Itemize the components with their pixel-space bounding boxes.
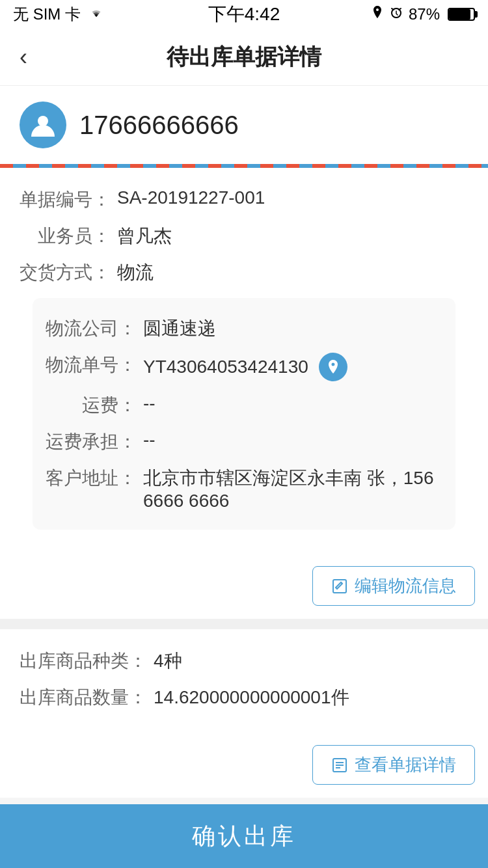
avatar	[20, 102, 66, 148]
document-info-section: 单据编号： SA-20191227-001 业务员： 曾凡杰 交货方式： 物流 …	[0, 168, 488, 556]
address-value: 北京市市辖区海淀区永丰南 张，156 6666 6666	[143, 466, 442, 511]
alarm-icon	[389, 5, 403, 23]
svg-point-1	[38, 116, 48, 126]
delivery-value: 物流	[117, 260, 468, 285]
logistics-number-label: 物流单号：	[46, 353, 137, 377]
doc-number-label: 单据编号：	[20, 187, 111, 212]
wifi-icon	[87, 5, 105, 23]
edit-button-row: 编辑物流信息	[0, 556, 488, 619]
edit-logistics-label: 编辑物流信息	[355, 575, 456, 597]
freight-row: 运费： --	[46, 393, 442, 418]
logistics-company-label: 物流公司：	[46, 316, 137, 341]
doc-number-value: SA-20191227-001	[117, 187, 468, 208]
goods-quantity-row: 出库商品数量： 14.620000000000001件	[20, 685, 468, 710]
salesman-value: 曾凡杰	[117, 224, 468, 249]
goods-type-value: 4种	[154, 649, 468, 673]
status-bar: 无 SIM 卡 下午4:42 87%	[0, 0, 488, 29]
view-detail-button[interactable]: 查看单据详情	[312, 745, 475, 785]
location-status-icon	[371, 5, 384, 23]
goods-type-row: 出库商品种类： 4种	[20, 649, 468, 673]
detail-button-row: 查看单据详情	[0, 735, 488, 798]
view-detail-label: 查看单据详情	[355, 753, 456, 776]
address-label: 客户地址：	[46, 466, 137, 491]
freight-value: --	[143, 393, 442, 414]
section-gap-1	[0, 619, 488, 629]
edit-logistics-button[interactable]: 编辑物流信息	[312, 566, 475, 606]
battery-icon	[448, 8, 475, 21]
freight-bearer-label: 运费承担：	[46, 429, 137, 454]
goods-quantity-label: 出库商品数量：	[20, 685, 147, 710]
goods-quantity-value: 14.620000000000001件	[154, 685, 468, 710]
status-time: 下午4:42	[208, 2, 280, 27]
back-button[interactable]: ‹	[20, 44, 27, 71]
goods-section: 出库商品种类： 4种 出库商品数量： 14.620000000000001件	[0, 629, 488, 735]
goods-type-label: 出库商品种类：	[20, 649, 147, 673]
freight-label: 运费：	[46, 393, 137, 418]
logistics-number-container: YT43064053424130	[137, 353, 347, 381]
confirm-button-bar[interactable]: 确认出库	[0, 804, 488, 868]
confirm-button-label: 确认出库	[192, 821, 296, 852]
carrier-text: 无 SIM 卡	[13, 4, 81, 25]
logistics-company-value: 圆通速递	[143, 316, 442, 341]
freight-bearer-row: 运费承担： --	[46, 429, 442, 454]
address-row: 客户地址： 北京市市辖区海淀区永丰南 张，156 6666 6666	[46, 466, 442, 511]
status-right: 87%	[371, 5, 475, 23]
logistics-card: 物流公司： 圆通速递 物流单号： YT43064053424130 运费： --…	[33, 298, 455, 530]
freight-bearer-value: --	[143, 429, 442, 450]
battery-text: 87%	[409, 5, 440, 23]
logistics-number-value: YT43064053424130	[143, 357, 308, 377]
page-title: 待出库单据详情	[167, 42, 321, 72]
delivery-row: 交货方式： 物流	[20, 260, 468, 285]
salesman-label: 业务员：	[20, 224, 111, 249]
doc-number-row: 单据编号： SA-20191227-001	[20, 187, 468, 212]
user-phone: 17666666666	[79, 111, 239, 140]
logistics-company-row: 物流公司： 圆通速递	[46, 316, 442, 341]
salesman-row: 业务员： 曾凡杰	[20, 224, 468, 249]
delivery-label: 交货方式：	[20, 260, 111, 285]
nav-bar: ‹ 待出库单据详情	[0, 29, 488, 86]
status-left: 无 SIM 卡	[13, 4, 105, 25]
track-location-icon[interactable]	[319, 353, 347, 381]
user-header: 17666666666	[0, 86, 488, 164]
logistics-number-row: 物流单号： YT43064053424130	[46, 353, 442, 381]
